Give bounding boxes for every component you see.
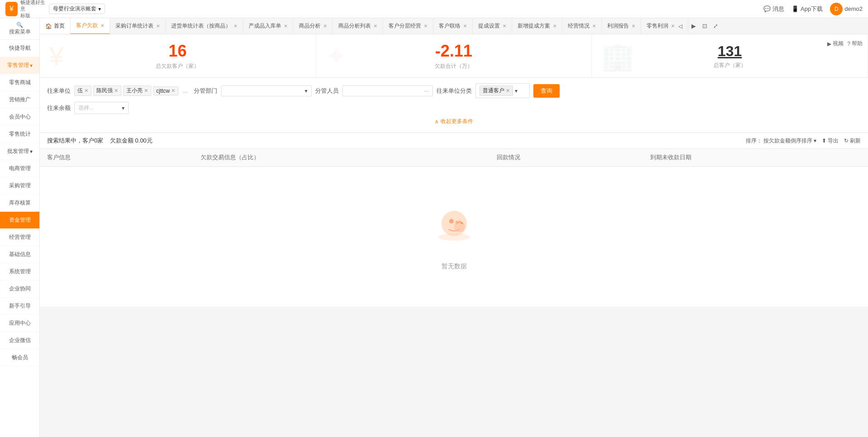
filter-tag-more[interactable]: ... <box>180 87 190 95</box>
sidebar-item-operations[interactable]: 经营管理 <box>0 229 39 246</box>
top-bar-right: 💬 消息 📱 App下载 D demo2 <box>763 3 863 15</box>
tab-retail-profit[interactable]: 零售利润 ✕ ◁ <box>641 18 688 34</box>
sidebar-item-inventory[interactable]: 库存核算 <box>0 195 39 212</box>
result-actions: 排序： 按欠款金额倒序排序 ▾ ⬆ 导出 ↻ 刷新 <box>746 137 861 145</box>
tab-close-icon[interactable]: ✕ <box>632 24 635 28</box>
tab-commission-settings[interactable]: 提成设置 ✕ <box>473 18 512 34</box>
tab-goods-stat[interactable]: 进货单统计表（按商品） ✕ <box>166 18 243 34</box>
tab-close-icon[interactable]: ✕ <box>234 24 237 28</box>
logo-icon: ¥ <box>5 2 18 16</box>
query-button[interactable]: 查询 <box>533 84 560 98</box>
video-button[interactable]: ▶ 视频 <box>827 40 844 48</box>
collapse-button[interactable]: ∧ 收起更多条件 <box>435 118 473 125</box>
tab-home[interactable]: 🏠 首页 <box>40 18 71 34</box>
tab-profit-report[interactable]: 利润报告 ✕ <box>602 18 641 34</box>
messages-button[interactable]: 💬 消息 <box>763 5 784 13</box>
tab-product-list[interactable]: 商品分析列表 ✕ <box>333 18 383 34</box>
stat-total-customers: 🏢 131 总客户（家） <box>592 34 868 77</box>
filter-category-remove[interactable]: ✕ <box>506 88 510 94</box>
chevron-down-icon: ▾ <box>515 88 518 94</box>
refresh-button[interactable]: ↻ 刷新 <box>844 137 861 145</box>
tab-customer-contact[interactable]: 客户联络 ✕ <box>433 18 473 34</box>
sidebar-item-retail-stats[interactable]: 零售统计 <box>0 126 39 143</box>
filter-person-dots[interactable]: ··· <box>424 88 429 94</box>
filter-tag-wu-remove[interactable]: ✕ <box>84 88 88 94</box>
col-customer-info: 客户信息 <box>40 149 193 166</box>
tab-credit[interactable]: 客户欠款 ✕ <box>71 18 110 34</box>
filter-area: 往来单位 伍 ✕ 陈民强 ✕ 王小亮 ✕ <box>40 78 868 133</box>
sidebar-item-wholesale[interactable]: 批发管理 ▾ <box>0 143 39 160</box>
sidebar-item-quick-nav[interactable]: 快捷导航 <box>0 40 39 57</box>
tab-close-icon[interactable]: ✕ <box>592 24 596 28</box>
filter-tag-chen: 陈民强 ✕ <box>93 86 121 96</box>
tab-nav-expand[interactable]: ⊡ <box>699 18 710 34</box>
sidebar-item-finance[interactable]: 资金管理 <box>0 212 39 229</box>
sidebar-item-member[interactable]: 会员中心 <box>0 109 39 126</box>
sidebar-item-wechat[interactable]: 企业微信 <box>0 332 39 349</box>
tab-close-icon[interactable]: ✕ <box>101 23 104 28</box>
stat-bg-icon-customers: ¥ <box>49 40 64 71</box>
tab-product-analysis[interactable]: 商品分析 ✕ <box>293 18 333 34</box>
tab-close-icon[interactable]: ✕ <box>671 24 675 28</box>
chevron-down-icon: ▾ <box>30 148 33 155</box>
tab-customer-layer[interactable]: 客户分层经营 ✕ <box>383 18 433 34</box>
stat-bg-icon-amount: ✦ <box>325 40 348 72</box>
sidebar-item-enterprise-collab[interactable]: 企业协同 <box>0 280 39 298</box>
filter-category-select[interactable]: 普通客户 ✕ ▾ <box>475 83 530 98</box>
tab-production[interactable]: 产成品入库单 ✕ <box>243 18 293 34</box>
sidebar-item-retail-mall[interactable]: 零售商城 <box>0 74 39 91</box>
stats-bar: ¥ 16 总欠款客户（家） ✦ -2.11 欠款合计（万） 🏢 131 总客户（… <box>40 34 868 78</box>
sidebar-item-member2[interactable]: 畅会员 <box>0 349 39 366</box>
user-profile[interactable]: D demo2 <box>830 3 863 15</box>
tab-nav-forward[interactable]: ▶ <box>688 18 699 34</box>
table-wrapper: 客户信息 欠款交易信息（占比） 回款情况 到期未收款日期 <box>40 149 868 307</box>
logo-text: 畅捷通好生意 标版 <box>20 0 45 19</box>
sidebar-item-app-center[interactable]: 应用中心 <box>0 315 39 332</box>
sidebar-item-system[interactable]: 系统管理 <box>0 263 39 280</box>
tab-add-commission[interactable]: 新增提成方案 ✕ <box>512 18 562 34</box>
account-selector[interactable]: 母婴行业演示账套 ▾ <box>49 4 105 14</box>
stat-total-customers-label: 总客户（家） <box>714 62 746 69</box>
sort-select[interactable]: 排序： 按欠款金额倒序排序 ▾ <box>746 137 816 145</box>
sidebar-item-purchase[interactable]: 采购管理 <box>0 177 39 195</box>
svg-point-5 <box>460 222 462 224</box>
table-header-row: 客户信息 欠款交易信息（占比） 回款情况 到期未收款日期 <box>40 149 868 166</box>
tab-operations[interactable]: 经营情况 ✕ <box>562 18 602 34</box>
sidebar-item-marketing[interactable]: 营销推广 <box>0 91 39 109</box>
tab-bar: 🏠 首页 客户欠款 ✕ 采购订单统计表 ✕ 进货单统计表（按商品） ✕ 产成品入… <box>40 18 868 34</box>
sidebar-item-guide[interactable]: 新手引导 <box>0 298 39 315</box>
tab-close-icon[interactable]: ✕ <box>503 24 506 28</box>
help-button[interactable]: ? 帮助 <box>847 40 863 48</box>
tab-close-icon[interactable]: ✕ <box>156 24 160 28</box>
tab-close-icon[interactable]: ✕ <box>424 24 427 28</box>
tab-nav-fullscreen[interactable]: ⤢ <box>710 18 721 34</box>
download-icon: 📱 <box>791 5 799 12</box>
tab-close-icon[interactable]: ✕ <box>553 24 556 28</box>
app-download-button[interactable]: 📱 App下载 <box>791 5 823 13</box>
sidebar-item-retail[interactable]: 零售管理 ▾ <box>0 57 39 74</box>
tab-purchase-order[interactable]: 采购订单统计表 ✕ <box>110 18 166 34</box>
sidebar-search[interactable]: 🔍 搜索菜单 <box>0 18 39 40</box>
logo-area: ¥ 畅捷通好生意 标版 <box>5 0 45 19</box>
stat-credit-customers-label: 总欠款客户（家） <box>156 62 199 70</box>
refresh-icon: ↻ <box>844 138 849 144</box>
tab-close-icon[interactable]: ✕ <box>323 24 327 28</box>
filter-tag-cjttcw-remove[interactable]: ✕ <box>171 88 175 94</box>
filter-person-select[interactable]: ··· <box>342 86 433 96</box>
filter-tag-wang-remove[interactable]: ✕ <box>144 88 148 94</box>
sidebar-item-base-info[interactable]: 基础信息 <box>0 246 39 263</box>
message-icon: 💬 <box>763 5 771 12</box>
tab-close-icon[interactable]: ✕ <box>284 24 288 28</box>
filter-row-1: 往来单位 伍 ✕ 陈民强 ✕ 王小亮 ✕ <box>47 83 861 98</box>
tab-close-icon[interactable]: ✕ <box>463 24 467 28</box>
filter-balance-select[interactable]: 选择... ▾ <box>74 102 129 114</box>
sidebar-item-ecommerce[interactable]: 电商管理 <box>0 160 39 177</box>
export-button[interactable]: ⬆ 导出 <box>822 137 839 145</box>
filter-unit-label: 往来单位 <box>47 87 71 95</box>
tab-close-icon[interactable]: ✕ <box>374 24 377 28</box>
filter-tag-chen-remove[interactable]: ✕ <box>114 88 118 94</box>
svg-point-2 <box>449 219 454 223</box>
filter-dept-select[interactable]: ▾ <box>221 86 312 96</box>
col-repayment: 回款情况 <box>489 149 643 166</box>
chevron-right-icon: ◁ <box>678 23 682 29</box>
